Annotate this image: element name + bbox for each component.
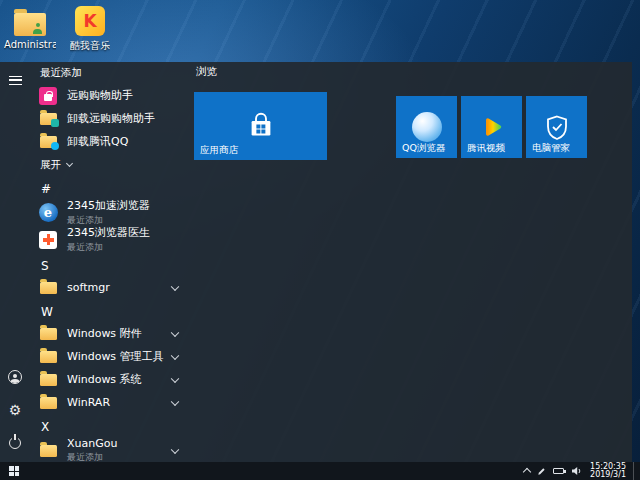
doctor-cross-icon [39,231,57,249]
app-sublabel: 最近添加 [67,241,150,254]
folder-icon [40,374,57,386]
app-label: XuanGou [67,437,117,450]
qq-badge-icon [51,142,59,150]
show-desktop-button[interactable] [633,462,637,480]
expand-toggle[interactable]: 展开 [38,153,188,176]
power-icon [9,437,21,449]
app-list-folder-item[interactable]: softmgr [38,276,188,299]
uninstall-folder-icon [40,136,57,148]
hamburger-menu-button[interactable] [4,71,26,89]
chevron-down-icon [171,328,179,336]
desktop-icon-administrator[interactable]: Administra... [4,6,56,53]
recently-added-header: 最近添加 [38,64,188,82]
kuwo-music-icon [75,6,105,36]
browser-e-icon [39,203,58,222]
volume-icon[interactable] [571,466,583,476]
user-folder-icon [14,13,46,36]
gear-icon: ⚙ [9,403,22,417]
date-text: 2019/3/1 [590,471,626,480]
settings-button[interactable]: ⚙ [4,401,26,419]
taskbar: 15:20:35 2019/3/1 [0,462,640,480]
taskbar-clock[interactable]: 15:20:35 2019/3/1 [590,463,626,480]
shopping-bag-icon [39,87,57,105]
system-tray: 15:20:35 2019/3/1 [524,462,640,480]
tile-tencent-video[interactable]: 腾讯视频 [461,96,522,158]
app-label: 卸载腾讯QQ [67,134,128,149]
qq-browser-globe-icon [412,112,442,142]
app-label: 2345加速浏览器 [67,198,150,213]
power-button[interactable] [4,434,26,452]
desktop: Administra... 酷我音乐 ⚙ 最近添加 远购购物助手 卸载远购购物 [0,0,640,480]
app-label: Windows 系统 [67,372,142,387]
section-letter[interactable]: S [38,256,188,276]
app-badge-icon [51,119,59,127]
app-list-item[interactable]: 远购购物助手 [38,84,188,107]
tile-label: 电脑管家 [532,142,570,155]
tile-label: QQ浏览器 [402,142,445,155]
section-letter[interactable]: X [38,417,188,437]
desktop-icons: Administra... 酷我音乐 [4,6,116,53]
chevron-down-icon [171,397,179,405]
app-list-folder-item[interactable]: Windows 附件 [38,322,188,345]
shield-check-icon [545,114,569,141]
app-list: 最近添加 远购购物助手 卸载远购购物助手 卸载腾讯QQ 展开 # [30,62,188,462]
hamburger-icon [9,76,22,85]
folder-icon [40,328,57,340]
folder-icon [40,351,57,363]
play-triangle-icon [479,114,505,140]
section-letter[interactable]: W [38,302,188,322]
folder-icon [40,397,57,409]
tray-overflow-chevron-icon[interactable] [523,468,531,476]
tile-group-header: 浏览 [194,64,632,80]
app-list-folder-item[interactable]: XuanGou 最近添加 [38,437,188,464]
uninstall-folder-icon [40,113,57,125]
app-label: 卸载远购购物助手 [67,111,155,126]
user-account-button[interactable] [4,368,26,386]
expand-label: 展开 [40,158,61,172]
chevron-down-icon [171,445,179,453]
tile-row: 应用商店 QQ浏览器 [194,92,632,160]
desktop-icon-label: 酷我音乐 [70,39,110,53]
start-button[interactable] [0,462,28,480]
app-list-folder-item[interactable]: Windows 系统 [38,368,188,391]
app-list-item[interactable]: 2345加速浏览器 最近添加 [38,199,188,226]
tile-small-group: QQ浏览器 [396,92,587,158]
rail-bottom: ⚙ [4,368,26,452]
app-list-item[interactable]: 2345浏览器医生 最近添加 [38,226,188,253]
app-label: Windows 管理工具 [67,349,164,364]
app-label: softmgr [67,281,110,294]
tile-label: 腾讯视频 [467,142,505,155]
store-bag-icon [246,111,276,141]
chevron-down-icon [171,282,179,290]
tile-pc-manager[interactable]: 电脑管家 [526,96,587,158]
person-badge-icon [32,23,43,34]
app-label: WinRAR [67,396,110,409]
app-list-item[interactable]: 卸载远购购物助手 [38,107,188,130]
section-letter[interactable]: # [38,179,188,199]
desktop-icon-label: Administra... [4,39,56,50]
chevron-down-icon [171,351,179,359]
app-list-folder-item[interactable]: WinRAR [38,391,188,414]
tile-app-store[interactable]: 应用商店 [194,92,327,160]
windows-logo-icon [9,466,19,476]
tile-label: 应用商店 [200,144,238,157]
folder-icon [40,445,57,457]
desktop-icon-kuwo-music[interactable]: 酷我音乐 [64,6,116,53]
start-menu-rail: ⚙ [0,62,30,462]
tiles-area: 浏览 应用商店 [188,62,632,462]
battery-icon[interactable] [553,468,564,474]
tile-qq-browser[interactable]: QQ浏览器 [396,96,457,158]
app-label: 远购购物助手 [67,88,133,103]
app-label: Windows 附件 [67,326,142,341]
app-list-folder-item[interactable]: Windows 管理工具 [38,345,188,368]
chevron-down-icon [66,160,73,167]
app-label: 2345浏览器医生 [67,225,150,240]
user-icon [8,370,22,384]
pen-icon[interactable] [537,467,546,476]
folder-icon [40,282,57,294]
chevron-down-icon [171,374,179,382]
app-list-item[interactable]: 卸载腾讯QQ [38,130,188,153]
start-menu: ⚙ 最近添加 远购购物助手 卸载远购购物助手 卸载腾讯QQ 展开 # [0,62,632,462]
